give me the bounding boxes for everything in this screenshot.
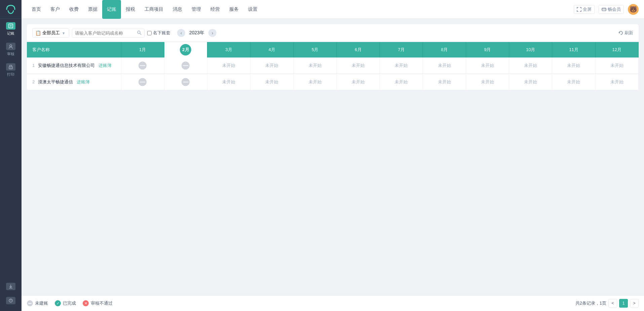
- not-started-label: 未开始: [481, 63, 494, 68]
- month-cell-1: —: [121, 74, 164, 90]
- nav-home[interactable]: 首页: [27, 0, 46, 19]
- table-wrap: 客户名称 1月 2月 3月 4月 5月 6月 7月 8月 9月: [27, 42, 639, 90]
- total-records-label: 共2条记录，1页: [575, 300, 606, 306]
- print-icon: [6, 63, 15, 71]
- month-cell-4: 未开始: [250, 57, 293, 74]
- prev-year-button[interactable]: ‹: [177, 29, 185, 37]
- svg-rect-9: [602, 8, 606, 11]
- header-m12: 12月: [595, 42, 638, 57]
- header-m4: 4月: [250, 42, 293, 57]
- row-number: 1: [32, 63, 35, 68]
- svg-point-3: [10, 45, 12, 47]
- header-m9: 9月: [466, 42, 509, 57]
- not-started-label: 未开始: [352, 79, 365, 84]
- not-started-label: 未开始: [524, 63, 537, 68]
- nav-invoice[interactable]: 票据: [83, 0, 102, 19]
- month-cell-5: 未开始: [293, 57, 336, 74]
- svg-point-8: [10, 301, 11, 302]
- not-started-label: 未开始: [222, 63, 235, 68]
- status-dash-icon: —: [182, 78, 190, 86]
- not-started-label: 未开始: [395, 79, 408, 84]
- nav-settings[interactable]: 设置: [243, 0, 262, 19]
- nav-management[interactable]: 管理: [187, 0, 206, 19]
- year-display: 2023年: [189, 30, 204, 36]
- not-started-label: 未开始: [567, 79, 580, 84]
- toolbar: 📋 全部员工 ▾ 名下账套: [27, 24, 639, 42]
- next-year-button[interactable]: ›: [208, 29, 216, 37]
- refresh-button[interactable]: 刷新: [618, 30, 633, 36]
- month-cell-2: —: [164, 74, 207, 90]
- not-started-label: 未开始: [265, 79, 278, 84]
- fullscreen-button[interactable]: 全屏: [574, 5, 595, 14]
- nav-fee[interactable]: 收费: [65, 0, 83, 19]
- month-cell-7: 未开始: [380, 74, 423, 90]
- status-dash-icon: —: [182, 62, 190, 70]
- nav-customer[interactable]: 客户: [46, 0, 65, 19]
- rejected-label: 审核不通过: [91, 300, 113, 306]
- legend-not-created: 未建账: [27, 300, 48, 306]
- member-button[interactable]: 畅会员: [599, 5, 624, 14]
- chevron-down-icon: ▾: [63, 31, 65, 36]
- customer-name-cell: 1 安徽畅捷通信息技术有限公司 进账簿: [27, 57, 121, 74]
- not-started-label: 未开始: [309, 79, 322, 84]
- sidebar-item-ledger[interactable]: 记账: [0, 19, 22, 39]
- month-cell-11: 未开始: [552, 74, 595, 90]
- sidebar-item-audit[interactable]: 审核: [0, 39, 22, 60]
- status-dash-icon: —: [138, 78, 147, 86]
- employee-select-label: 全部员工: [42, 30, 60, 36]
- rejected-icon: ✕: [83, 300, 89, 306]
- completed-label: 已完成: [63, 300, 76, 306]
- nav-service[interactable]: 服务: [225, 0, 243, 19]
- nav-business[interactable]: 工商项目: [140, 0, 168, 19]
- customer-name: 安徽畅捷通信息技术有限公司: [38, 63, 95, 68]
- not-started-label: 未开始: [524, 79, 537, 84]
- header-m3: 3月: [207, 42, 250, 57]
- sidebar-item-help[interactable]: [0, 294, 22, 308]
- page-1-button[interactable]: 1: [619, 299, 628, 308]
- header-customer-name: 客户名称: [27, 42, 121, 57]
- month-cell-8: 未开始: [423, 57, 466, 74]
- month-cell-9: 未开始: [466, 74, 509, 90]
- employee-select[interactable]: 📋 全部员工 ▾: [32, 28, 69, 38]
- header-m1: 1月: [121, 42, 164, 57]
- header-m5: 5月: [293, 42, 336, 57]
- nav-tax[interactable]: 报税: [121, 0, 140, 19]
- sidebar-item-print-label: 打印: [7, 72, 14, 77]
- month-cell-12: 未开始: [595, 74, 638, 90]
- header-m2: 2月: [164, 42, 207, 57]
- download-icon: [6, 283, 15, 290]
- refresh-icon: [618, 31, 623, 35]
- search-input[interactable]: [75, 31, 135, 36]
- not-started-label: 未开始: [610, 63, 623, 68]
- month-cell-6: 未开始: [336, 74, 379, 90]
- nav-operation[interactable]: 经营: [206, 0, 225, 19]
- search-icon[interactable]: [137, 30, 142, 36]
- not-started-label: 未开始: [438, 79, 451, 84]
- nav-message[interactable]: 消息: [168, 0, 187, 19]
- month-cell-11: 未开始: [552, 57, 595, 74]
- legend-rejected: ✕ 审核不通过: [83, 300, 113, 306]
- sidebar-item-print[interactable]: 打印: [0, 60, 22, 80]
- month-cell-7: 未开始: [380, 57, 423, 74]
- my-accounts-checkbox-wrap[interactable]: 名下账套: [147, 30, 170, 36]
- customer-name: 漠澳太平畅捷通信: [38, 79, 73, 84]
- my-accounts-checkbox[interactable]: [147, 31, 152, 35]
- next-page-button[interactable]: >: [630, 299, 639, 308]
- fullscreen-label: 全屏: [583, 6, 592, 12]
- month-cell-3: 未开始: [207, 74, 250, 90]
- enter-ledger-link[interactable]: 进账簿: [77, 79, 90, 84]
- pagination: 共2条记录，1页 < 1 >: [575, 299, 639, 308]
- nav-ledger[interactable]: 记账: [102, 0, 121, 19]
- topbar: 首页 客户 收费 票据 记账 报税 工商项目 消息 管理 经营 服务 设置 全屏…: [22, 0, 644, 19]
- enter-ledger-link[interactable]: 进账簿: [98, 63, 112, 68]
- sidebar-item-ledger-label: 记账: [7, 31, 14, 36]
- month-cell-9: 未开始: [466, 57, 509, 74]
- sidebar-item-download[interactable]: [0, 279, 22, 294]
- year-nav: ‹ 2023年 ›: [177, 29, 216, 37]
- avatar[interactable]: 🐻: [628, 4, 639, 15]
- prev-page-button[interactable]: <: [608, 299, 617, 308]
- content-card: 📋 全部员工 ▾ 名下账套: [27, 24, 639, 90]
- not-created-icon: [27, 300, 33, 306]
- not-started-label: 未开始: [481, 79, 494, 84]
- month-cell-6: 未开始: [336, 57, 379, 74]
